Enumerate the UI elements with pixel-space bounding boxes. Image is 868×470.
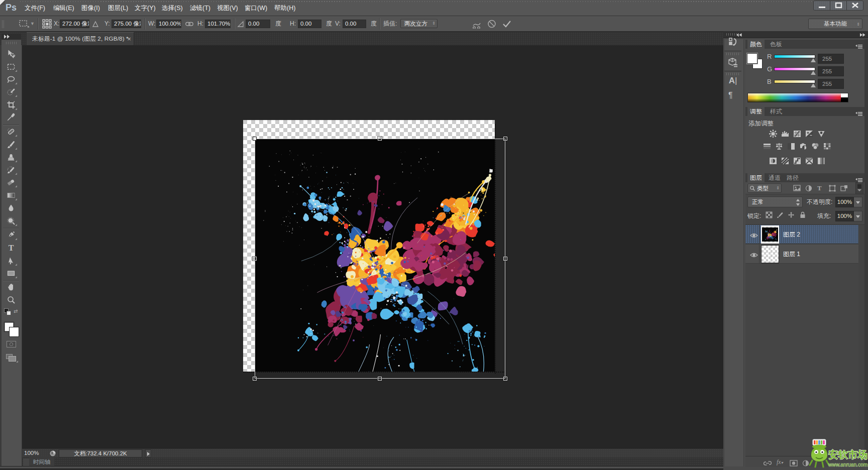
svg-text:安软市场: 安软市场 <box>828 449 867 460</box>
svg-text:T: T <box>9 244 14 252</box>
svg-text:www.anruan.com: www.anruan.com <box>828 462 867 467</box>
